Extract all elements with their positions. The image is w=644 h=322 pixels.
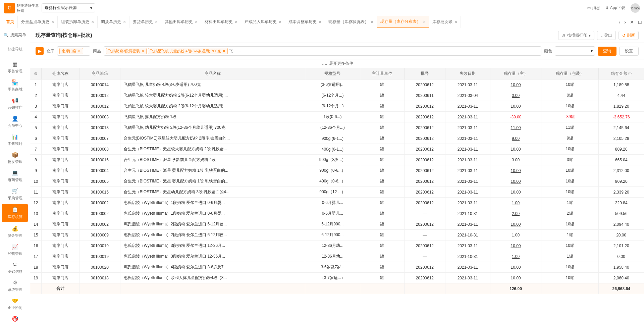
export-button[interactable]: ↓ 导出 (597, 31, 616, 40)
filter-expand-button[interactable]: ▶ (36, 47, 44, 55)
sidebar-item-corp-collab[interactable]: 🤝 企业协同 (0, 295, 30, 313)
close-tab-inventory-status[interactable]: ✕ (371, 20, 373, 24)
cell-qty-main[interactable]: 10.00 (490, 219, 541, 230)
help-icon[interactable]: ⓘ (628, 72, 632, 75)
sidebar-item-wholesale-mgmt[interactable]: 📦 批发管理 (0, 149, 30, 167)
sidebar-item-inventory[interactable]: 📋 库存核算 (2, 204, 28, 222)
cell-qty-main[interactable]: 10.00 (490, 79, 541, 90)
cell-name: 惠氏启陵（Wyeth illuma）3段奶粉 爱尔兰进口 12-36月... (120, 240, 305, 251)
cell-qty-main[interactable]: 1.00 (490, 198, 541, 208)
sidebar-item-basic-info[interactable]: 🗂 基础信息 (0, 259, 30, 277)
cell-qty-main[interactable]: 10.00 (490, 176, 541, 187)
cell-qty-main[interactable]: 11.00 (490, 122, 541, 133)
cell-qty-main[interactable]: 9.00 (490, 133, 541, 144)
close-tab-product-in[interactable]: ✕ (279, 20, 281, 24)
tab-next-icon[interactable]: › (622, 19, 628, 25)
remove-product-tag-2[interactable]: ✕ (222, 49, 225, 53)
sidebar-item-marketing[interactable]: 📢 营销推广 (0, 95, 30, 113)
close-tab-disassemble[interactable]: ✕ (91, 20, 94, 24)
cell-qty-main[interactable]: -39.00 (490, 112, 541, 122)
cell-qty-main[interactable]: 3.00 (490, 155, 541, 165)
tab-batch-order[interactable]: 库存批次账 ✕ (429, 16, 461, 28)
cell-qty-main[interactable]: 1.00 (490, 230, 541, 240)
warehouse-more[interactable]: ... (85, 49, 88, 53)
sidebar-item-purchase[interactable]: 🛒 采购管理 (0, 185, 30, 203)
tab-prev-icon[interactable]: ‹ (617, 19, 623, 25)
sidebar-item-sys-mgmt[interactable]: ⚙ 系统管理 (0, 277, 30, 295)
query-button[interactable]: 查询 (598, 47, 616, 56)
product-more[interactable]: 飞... (229, 48, 236, 54)
cell-qty-main[interactable]: 10.00 (490, 101, 541, 112)
sidebar-item-finance[interactable]: 💰 资金管理 (0, 223, 30, 241)
cell-qty-main[interactable]: 10.00 (490, 240, 541, 251)
template-print-button[interactable]: 🖨 按模板打印 ▾ (558, 31, 594, 40)
tab-mix[interactable]: 调拨单历史 ✕ (98, 16, 129, 28)
tab-disassemble[interactable]: 组装拆卸单历史 ✕ (58, 16, 98, 28)
tab-maximize-icon[interactable]: ⊡ (636, 19, 644, 25)
tab-cost-adjust[interactable]: 成本调整单历史 ✕ (285, 16, 325, 28)
warehouse-tag-nanan[interactable]: 南岸门店 ✕ (59, 48, 83, 54)
tab-requisition[interactable]: 要货单历史 ✕ (129, 16, 161, 28)
refresh-button[interactable]: ↺ 刷新 (619, 31, 639, 40)
close-tab-material-out[interactable]: ✕ (235, 20, 237, 24)
cell-qty-main[interactable]: 10.00 (490, 165, 541, 176)
tab-inventory-dist[interactable]: 现存量（库存分布表） ✕ (377, 16, 429, 28)
tab-home[interactable]: 首页 (3, 16, 18, 28)
user-avatar[interactable]: demo2 (631, 3, 640, 13)
new-guide-icon: 🎯 (12, 316, 18, 322)
cell-qty-main[interactable]: 10.00 (490, 187, 541, 198)
product-tag-1[interactable]: 飞鹤奶粉3段两提装 ✕ (106, 48, 147, 54)
cell-qty-main[interactable]: 10.00 (490, 273, 541, 283)
close-tab-cost-adjust[interactable]: ✕ (319, 20, 321, 24)
th-gear[interactable]: ⚙ (30, 68, 42, 79)
cell-unit: 罐 (360, 187, 404, 198)
cell-qty-main[interactable]: 10.00 (490, 262, 541, 273)
cell-warehouse: 南岸门店 (42, 251, 79, 262)
app-download-button[interactable]: ⬇ App下载 (605, 5, 625, 11)
close-tab-split-inventory[interactable]: ✕ (51, 20, 54, 24)
tab-other-out[interactable]: 其他出库单历史 ✕ (161, 16, 201, 28)
gear-icon[interactable]: ⚙ (34, 71, 38, 76)
summary-empty-cell (30, 283, 42, 294)
cell-qty-main[interactable]: 0.00 (490, 90, 541, 101)
setting-button[interactable]: 设置 (619, 47, 639, 56)
tab-material-out[interactable]: 材料出库单历史 ✕ (201, 16, 241, 28)
cell-qty-main[interactable]: 1.00 (490, 251, 541, 262)
product-filter[interactable]: 飞鹤奶粉3段两提装 ✕ 飞鹤星飞帆 儿童奶粉 4段(3-6岁适用) 700克 ✕… (104, 46, 541, 56)
cell-name: 惠氏启陵（Wyeth illuma）4段奶粉 爱尔兰进口 3-6岁及7... (120, 262, 305, 273)
expand-more-button[interactable]: ⌄⌄ 展开更多条件 (30, 59, 644, 68)
close-tab-inventory-dist[interactable]: ✕ (423, 20, 425, 23)
page-header: 现存量查询(按仓库+批次) 🖨 按模板打印 ▾ ↓ 导出 ↺ 刷新 (30, 28, 644, 43)
close-tab-requisition[interactable]: ✕ (155, 20, 158, 24)
tab-inventory-status[interactable]: 现存量（库存状况表） ✕ (325, 16, 377, 28)
cell-batch: 20200612 (405, 198, 445, 208)
sidebar-item-ecommerce[interactable]: 💻 电商管理 (0, 167, 30, 185)
expand-more-bar: ⌄⌄ 展开更多条件 (30, 59, 644, 68)
cell-warehouse: 南岸门店 (42, 176, 79, 187)
message-button[interactable]: ✉ 消息 (587, 5, 600, 11)
tab-close-all-icon[interactable]: ✕ (628, 19, 636, 25)
warehouse-filter[interactable]: 南岸门店 ✕ ... (57, 46, 90, 56)
sidebar-item-retail-mgmt[interactable]: ▦ 零售管理 (0, 58, 30, 76)
cell-expire: 2021-03-11 (445, 273, 490, 283)
sidebar-item-member-center[interactable]: 👤 会员中心 (0, 113, 30, 131)
color-filter[interactable]: ▾ (555, 46, 595, 56)
cell-qty-main[interactable]: 2.00 (490, 208, 541, 219)
sidebar-item-new-guide[interactable]: 🎯 新手引导 (0, 313, 30, 322)
close-tab-mix[interactable]: ✕ (123, 20, 126, 24)
sidebar-item-operations[interactable]: 📈 经营管理 (0, 241, 30, 259)
sidebar-item-retail-stats[interactable]: 📊 零售统计 (0, 131, 30, 149)
cell-qty-main[interactable]: 10.00 (490, 144, 541, 155)
product-tag-2[interactable]: 飞鹤星飞帆 儿童奶粉 4段(3-6岁适用) 700克 ✕ (148, 48, 228, 54)
close-tab-other-out[interactable]: ✕ (195, 20, 198, 24)
tab-product-in[interactable]: 产成品入库单历史 ✕ (241, 16, 285, 28)
tab-split-inventory[interactable]: 分量盘点单历史 ✕ (18, 16, 58, 28)
workspace-selector[interactable]: 母婴行业演示账套 ▾ (42, 3, 95, 12)
remove-warehouse-tag[interactable]: ✕ (78, 49, 81, 53)
close-tab-batch-order[interactable]: ✕ (454, 20, 457, 24)
sidebar-item-retail-shop[interactable]: 🏪 零售商城 (0, 76, 30, 95)
search-menu-button[interactable]: 🔍 搜索菜单 (2, 31, 28, 39)
remove-product-tag-1[interactable]: ✕ (141, 49, 144, 53)
table-row: 11南岸门店00100015合生元（BIOSTIME）派星幼儿配方奶粉 3段 乳… (30, 187, 644, 198)
sidebar: 🔍 搜索菜单 快捷导航 ▦ 零售管理 🏪 零售商城 📢 营销推广 👤 会员中心 … (0, 28, 30, 322)
